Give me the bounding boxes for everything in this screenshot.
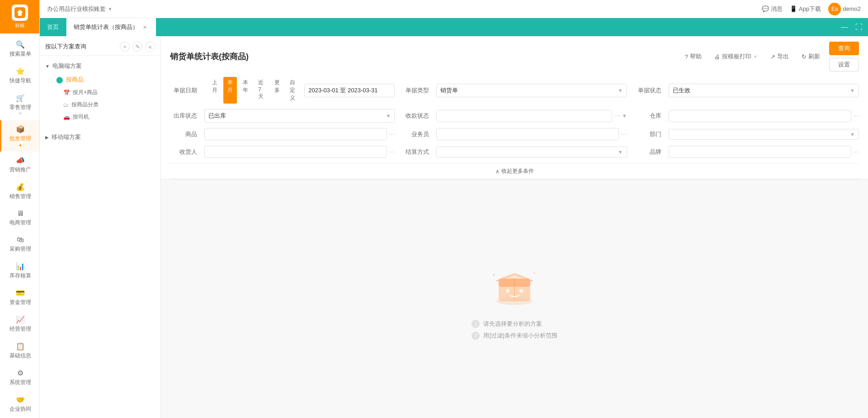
settings-btn[interactable]: 设置 [829,58,859,71]
payment-status-input[interactable] [436,110,612,122]
plan-item-by-product-category[interactable]: 🗂 按商品分类 [45,99,155,111]
recipient-input[interactable] [204,146,387,158]
help-btn[interactable]: ? 帮助 [681,51,705,62]
warehouse-input[interactable] [669,110,851,122]
product-dots-icon[interactable]: ··· [389,130,395,138]
app-download-btn[interactable]: 📱 App下载 [790,5,821,13]
warehouse-field[interactable] [673,113,847,119]
operations-icon: 📈 [16,315,25,324]
payment-status-dots-icon[interactable]: ··· [614,112,620,120]
sidebar-item-basic[interactable]: 📋 基础信息 [0,337,39,364]
brand-field[interactable] [673,148,847,155]
logo-icon [12,5,28,21]
doc-status-arrow-icon: ▼ [850,88,855,93]
tab-home[interactable]: 首页 [40,18,66,36]
plan-item-by-month-product[interactable]: 📅 按月+商品 [45,86,155,99]
marketing-icon: 📣 [16,156,25,165]
tip-num-1: 1 [472,320,480,328]
export-btn[interactable]: ↗ 导出 [767,51,793,62]
date-picker[interactable]: 2023-03-01 至 2023-03-31 [304,84,395,97]
help-icon: ? [685,53,688,60]
left-panel-actions: + ✎ « [120,42,155,52]
shortcut-custom[interactable]: 自定义 [286,77,301,104]
sidebar-item-finance[interactable]: 💳 资金管理 [0,284,39,311]
salesperson-label: 业务员 [402,130,429,138]
empty-illustration: ✦ ✦ [487,258,542,313]
salesperson-control: ··· [436,128,627,140]
edit-plan-btn[interactable]: ✎ [132,42,142,52]
sidebar-item-retail[interactable]: 🛒 零售管理 ▼ [0,89,39,120]
plan-item-by-cashier[interactable]: 🚗 按司机 [45,111,155,123]
query-btn[interactable]: 查询 [829,42,859,55]
doc-status-select[interactable]: 已生效 ▼ [669,84,859,97]
sidebar-item-operations[interactable]: 📈 经营管理 [0,311,39,337]
salesperson-field[interactable] [440,131,615,138]
out-status-value: 已出库 [208,112,226,120]
sidebar-item-marketing[interactable]: 📣 营销推广 [0,152,39,178]
shortcut-this-year[interactable]: 本年 [239,77,252,104]
warehouse-control: ··· [669,110,859,122]
tab-report[interactable]: 销货单统计表（按商品） ✕ [66,18,156,36]
payment-status-field[interactable] [440,113,608,119]
purchase-icon: 🛍 [17,236,24,244]
message-btn[interactable]: 💬 消息 [762,5,783,13]
collapse-panel-btn[interactable]: « [145,42,155,52]
warehouse-dots-icon[interactable]: ··· [853,112,859,120]
plan-section-mobile: ▶ 移动端方案 [40,127,160,147]
filter-section: 单据日期 上月 本月 本年 近7天 更多 自定义 2023- [170,77,859,179]
collapse-filters-btn[interactable]: ∧ 收起更多条件 [170,163,859,179]
filter-row-2: 出库状态 已出库 ▼ 收款状态 ··· [170,109,859,123]
salesperson-input[interactable] [436,128,619,140]
user-menu[interactable]: Ea demo2 [828,3,861,15]
brand-input[interactable] [669,146,851,158]
basic-icon: 📋 [16,342,25,351]
category-icon: 🗂 [63,102,69,108]
calendar-icon: 📅 [63,90,70,96]
template-print-btn[interactable]: 🖨 按模板打印 ▼ [711,51,761,62]
desktop-plan-section-toggle[interactable]: ▼ 电脑端方案 [45,59,155,73]
sidebar-item-ecommerce[interactable]: 🖥 电商管理 [0,205,39,231]
shortcut-this-month[interactable]: 本月 [223,77,237,104]
product-input[interactable] [204,128,387,140]
recipient-field[interactable] [208,148,383,155]
tab-minimize-icon[interactable]: — [839,21,850,33]
svg-point-6 [519,289,523,293]
department-arrow-icon: ▼ [850,132,855,137]
payment-status-arrow-icon: ▼ [622,113,627,119]
add-plan-btn[interactable]: + [120,42,130,52]
doc-type-arrow-icon: ▼ [618,88,623,93]
tip-text-1: 请先选择要分析的方案 [483,320,542,328]
date-shortcuts: 上月 本月 本年 近7天 更多 自定义 [208,77,301,104]
sidebar-item-search[interactable]: 🔍 搜索菜单 [0,36,39,62]
sidebar-item-sales[interactable]: 💰 销售管理 [0,178,39,205]
brand-dots-icon[interactable]: ··· [853,148,859,156]
logo-area[interactable]: 标账 [0,0,39,33]
shortcut-last-month[interactable]: 上月 [208,77,222,104]
shortcut-last-7-days[interactable]: 近7天 [254,77,269,104]
sidebar-item-enterprise[interactable]: 🤝 企业协同 [0,391,39,418]
department-select[interactable]: ▼ [669,129,859,140]
message-label: 消息 [771,5,783,13]
sidebar-item-system[interactable]: ⚙ 系统管理 [0,364,39,391]
tab-close-icon[interactable]: ✕ [141,24,148,31]
plan-item-by-product[interactable]: ⬤ 按商品 [45,73,155,86]
refresh-btn[interactable]: ↻ 刷新 [798,51,824,62]
settlement-select[interactable]: ▼ [436,147,627,157]
sidebar-item-purchase[interactable]: 🛍 采购管理 [0,231,39,257]
sidebar-item-wholesale[interactable]: 📦 批发管理 ▲ [0,120,39,152]
recipient-dots-icon[interactable]: ··· [389,148,395,156]
doc-type-select[interactable]: 销货单 ▼ [436,84,627,97]
sidebar-item-inventory[interactable]: 📊 库存核算 [0,257,39,284]
sidebar-item-quicknav[interactable]: ⭐ 快捷导航 [0,62,39,89]
tabbar-actions: — ⛶ [839,21,868,33]
user-avatar: Ea [828,3,841,15]
svg-text:✦: ✦ [492,272,495,277]
salesperson-dots-icon[interactable]: ··· [621,130,627,138]
shortcut-more[interactable]: 更多 [270,77,284,104]
export-icon: ↗ [770,53,775,60]
mobile-plan-section-toggle[interactable]: ▶ 移动端方案 [45,130,155,144]
workspace-selector[interactable]: 办公用品行业模拟账套 ▼ [47,5,113,13]
out-status-select[interactable]: 已出库 ▼ [204,109,395,123]
product-field[interactable] [208,131,383,138]
tab-maximize-icon[interactable]: ⛶ [854,21,864,33]
